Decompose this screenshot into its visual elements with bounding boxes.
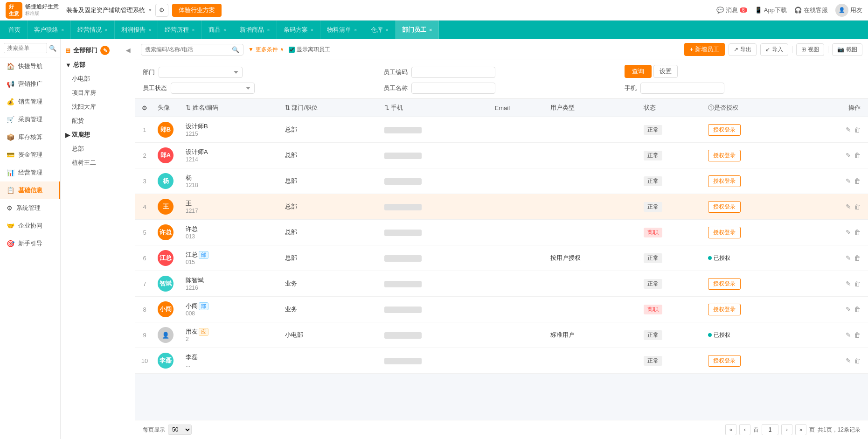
tab-employee[interactable]: 部门员工× [396, 21, 439, 39]
dept-edit-badge[interactable]: ✎ [100, 46, 110, 55]
delete-button[interactable]: 🗑 [854, 254, 861, 262]
delete-button[interactable]: 🗑 [854, 177, 861, 185]
filter-dept-select[interactable] [159, 67, 243, 78]
sidebar-search[interactable]: 🔍 [0, 39, 60, 57]
tab-add-product[interactable]: 新增商品× [233, 21, 277, 39]
dept-tree-item-child[interactable]: 沈阳大库 [61, 100, 135, 114]
sidebar-item-inventory[interactable]: 📦库存核算 [0, 128, 60, 146]
dept-collapse-button[interactable]: ◀ [126, 47, 130, 54]
export-button[interactable]: ↗ 导出 [729, 43, 757, 56]
delete-button[interactable]: 🗑 [854, 203, 861, 210]
close-icon[interactable]: × [429, 27, 432, 33]
delete-button[interactable]: 🗑 [854, 331, 861, 339]
edit-button[interactable]: ✎ [846, 152, 851, 159]
delete-button[interactable]: 🗑 [854, 357, 861, 364]
filter-phone-input[interactable] [640, 83, 724, 94]
tab-home[interactable]: 首页 [2, 21, 28, 39]
filter-emp-name-input[interactable] [411, 83, 495, 94]
close-icon[interactable]: × [354, 27, 357, 33]
filter-emp-status-select[interactable] [171, 83, 255, 94]
close-icon[interactable]: × [148, 27, 151, 33]
sidebar-item-basic-info[interactable]: 📋基础信息 [0, 181, 60, 199]
col-dept[interactable]: ⇅ 部门/职位 [281, 99, 381, 117]
settings-button[interactable]: ⚙ [155, 4, 168, 17]
delete-button[interactable]: 🗑 [854, 152, 861, 159]
tab-profit[interactable]: 利润报告× [115, 21, 158, 39]
next-page-button[interactable]: › [781, 424, 792, 435]
close-icon[interactable]: × [267, 27, 270, 33]
close-icon[interactable]: × [104, 27, 107, 33]
delete-button[interactable]: 🗑 [854, 306, 861, 313]
col-name[interactable]: ⇅ 姓名/编码 [182, 99, 281, 117]
last-page-button[interactable]: » [795, 424, 806, 435]
authorize-login-button[interactable]: 授权登录 [708, 201, 741, 213]
sidebar-item-enterprise[interactable]: 🤝企业协同 [0, 217, 60, 235]
page-input[interactable] [762, 424, 778, 435]
dept-tree-item-parent[interactable]: ▶ 双鹿想 [61, 128, 135, 142]
close-icon[interactable]: × [311, 27, 313, 33]
user-button[interactable]: 👤 用友 [835, 4, 862, 17]
set-button[interactable]: 设置 [653, 65, 678, 78]
dept-tree-item-parent[interactable]: ▼ 总部 [61, 58, 135, 72]
edit-button[interactable]: ✎ [846, 177, 851, 185]
tab-barcode[interactable]: 条码方案× [277, 21, 320, 39]
dept-tree-item-child[interactable]: 总部 [61, 142, 135, 156]
import-button[interactable]: ↙ 导入 [760, 43, 788, 56]
search-input[interactable] [145, 46, 230, 53]
authorize-login-button[interactable]: 授权登录 [708, 175, 741, 187]
per-page-select[interactable]: 50 100 [168, 425, 192, 435]
filter-more-button[interactable]: ▼ 更多条件 ∧ [248, 46, 284, 54]
authorize-login-button[interactable]: 授权登录 [708, 227, 741, 238]
dept-tree-item-child[interactable]: 小电部 [61, 72, 135, 86]
col-settings[interactable]: ⚙ [135, 99, 154, 117]
first-page-button[interactable]: « [725, 424, 736, 435]
dept-tree-item-child[interactable]: 植树王二 [61, 156, 135, 170]
close-icon[interactable]: × [192, 27, 194, 33]
sidebar-item-finance[interactable]: 💳资金管理 [0, 146, 60, 164]
add-employee-button[interactable]: + 新增员工 [684, 43, 725, 56]
edit-button[interactable]: ✎ [846, 254, 851, 262]
delete-button[interactable]: 🗑 [854, 280, 861, 287]
sidebar-item-purchase[interactable]: 🛒采购管理 [0, 111, 60, 128]
tab-operations[interactable]: 经营情况× [71, 21, 114, 39]
edit-button[interactable]: ✎ [846, 306, 851, 313]
sidebar-item-guide[interactable]: 🎯新手引导 [0, 235, 60, 252]
search-wrap[interactable]: 🔍 [141, 44, 243, 56]
trial-button[interactable]: 体验行业方案 [172, 4, 222, 17]
app-download-button[interactable]: 📱 App下载 [755, 6, 787, 14]
delete-button[interactable]: 🗑 [854, 126, 861, 133]
authorize-login-button[interactable]: 授权登录 [708, 355, 741, 367]
sidebar-item-quick-nav[interactable]: 🏠快捷导航 [0, 57, 60, 75]
dept-tree-item-child[interactable]: 项目库房 [61, 86, 135, 100]
tab-bom[interactable]: 物料清单× [320, 21, 364, 39]
edit-button[interactable]: ✎ [846, 126, 851, 133]
sidebar-item-system[interactable]: ⚙系统管理 [0, 199, 60, 217]
edit-button[interactable]: ✎ [846, 331, 851, 339]
system-dropdown-arrow[interactable]: ▾ [149, 7, 152, 13]
sidebar-item-marketing[interactable]: 📢营销推广 [0, 75, 60, 93]
close-icon[interactable]: × [386, 27, 389, 33]
sidebar-item-operations[interactable]: 📊经营管理 [0, 164, 60, 181]
edit-button[interactable]: ✎ [846, 280, 851, 287]
query-button[interactable]: 查询 [625, 65, 652, 78]
message-button[interactable]: 💬 消息 6 [716, 6, 747, 14]
view-button[interactable]: ⊞ 视图 [796, 43, 824, 56]
edit-button[interactable]: ✎ [846, 229, 851, 236]
tab-customer[interactable]: 客户联络× [28, 21, 71, 39]
dept-tree-item-child[interactable]: 配货 [61, 114, 135, 128]
tab-history[interactable]: 经营历程× [158, 21, 201, 39]
edit-button[interactable]: ✎ [846, 203, 851, 210]
tab-products[interactable]: 商品× [202, 21, 233, 39]
close-icon[interactable]: × [223, 27, 226, 33]
authorize-login-button[interactable]: 授权登录 [708, 278, 741, 290]
show-resigned-checkbox[interactable]: 显示离职员工 [289, 46, 330, 54]
screenshot-button[interactable]: 📷 截图 [832, 43, 862, 56]
authorize-login-button[interactable]: 授权登录 [708, 304, 741, 315]
online-service-button[interactable]: 🎧 在线客服 [794, 6, 828, 14]
tab-warehouse[interactable]: 仓库× [364, 21, 396, 39]
authorize-login-button[interactable]: 授权登录 [708, 124, 741, 136]
prev-page-button[interactable]: ‹ [739, 424, 750, 435]
delete-button[interactable]: 🗑 [854, 229, 861, 236]
edit-button[interactable]: ✎ [846, 357, 851, 364]
col-phone[interactable]: ⇅ 手机 [381, 99, 491, 117]
